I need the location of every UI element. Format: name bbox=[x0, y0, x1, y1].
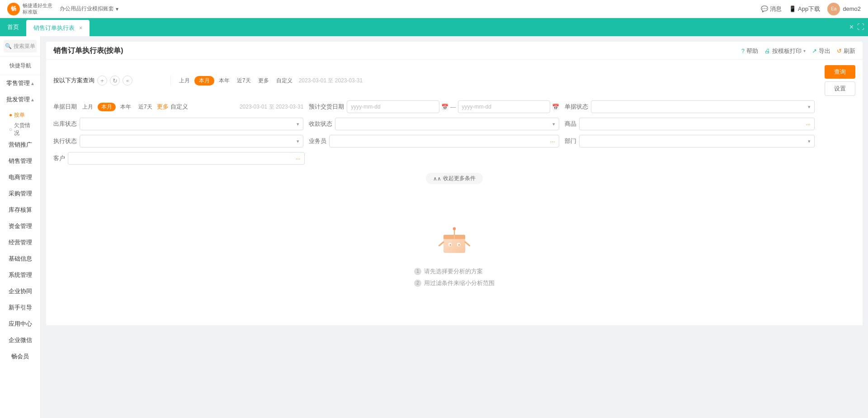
close-tab-btn[interactable]: × bbox=[849, 23, 854, 31]
sidebar-item-quick-nav[interactable]: 快捷导航 bbox=[0, 58, 40, 73]
template-print-button[interactable]: 🖨 按模板打印 ▾ bbox=[764, 47, 806, 55]
this-month-btn[interactable]: 本月 bbox=[98, 103, 116, 111]
scheme-tags: 上月 本月 本年 近7天 更多 自定义 2023-03-01 至 2023-03… bbox=[176, 76, 825, 86]
refresh-scheme-button[interactable]: ↻ bbox=[110, 76, 120, 86]
payment-status-select[interactable]: ▾ bbox=[335, 118, 559, 130]
sidebar-item-system[interactable]: 系统管理 bbox=[0, 267, 40, 283]
filter-item-salesperson: 业务员 ··· bbox=[309, 135, 559, 147]
sidebar: 🔍 搜索菜单 快捷导航 零售管理 ▲ 批发管理 ▲ ● 按单 ○ 欠货情况 营销… bbox=[0, 36, 41, 418]
exec-status-select[interactable]: ▾ bbox=[80, 135, 303, 147]
tip-num-1: 1 bbox=[414, 268, 421, 275]
fullscreen-btn[interactable]: ⛶ bbox=[857, 23, 864, 31]
search-menu-button[interactable]: 🔍 搜索菜单 bbox=[4, 40, 37, 52]
press-order-dot-icon: ● bbox=[9, 112, 12, 118]
salesperson-select[interactable]: ··· bbox=[329, 135, 559, 147]
more-dates-btn[interactable]: 更多 bbox=[157, 103, 169, 111]
collapse-scheme-button[interactable]: « bbox=[123, 76, 132, 86]
scheme-last-month[interactable]: 上月 bbox=[176, 76, 193, 86]
shipment-dropdown-icon: ▾ bbox=[297, 121, 299, 127]
customer-dots-icon[interactable]: ··· bbox=[296, 155, 301, 162]
scheme-7days[interactable]: 近7天 bbox=[234, 76, 254, 86]
sidebar-sub-item-owe-stock[interactable]: ○ 欠货情况 bbox=[0, 122, 40, 137]
page-header: 销售订单执行表(按单) ? 帮助 🖨 按模板打印 ▾ ↗ 导出 ↺ 刷新 bbox=[46, 42, 863, 60]
salesperson-dots-icon[interactable]: ··· bbox=[550, 138, 555, 145]
goods-select[interactable]: ··· bbox=[579, 118, 815, 130]
page-header-actions: ? 帮助 🖨 按模板打印 ▾ ↗ 导出 ↺ 刷新 bbox=[741, 47, 855, 55]
owe-stock-dot-icon: ○ bbox=[9, 126, 12, 133]
avatar: Ea bbox=[827, 3, 840, 15]
export-button[interactable]: ↗ 导出 bbox=[812, 47, 830, 55]
scheme-this-month[interactable]: 本月 bbox=[194, 76, 214, 86]
sidebar-search-area: 🔍 搜索菜单 bbox=[0, 36, 40, 57]
tab-home[interactable]: 首页 bbox=[0, 18, 26, 36]
sidebar-item-newbie[interactable]: 新手引导 bbox=[0, 299, 40, 316]
sidebar-item-member[interactable]: 畅会员 bbox=[0, 348, 40, 365]
sidebar-item-operation[interactable]: 经营管理 bbox=[0, 234, 40, 251]
help-button[interactable]: ? 帮助 bbox=[741, 47, 758, 55]
last7days-btn[interactable]: 近7天 bbox=[136, 102, 155, 112]
sidebar-item-sales[interactable]: 销售管理 bbox=[0, 153, 40, 169]
set-button[interactable]: 设置 bbox=[825, 81, 855, 96]
collapse-btn[interactable]: ∧∧ 收起更多条件 bbox=[426, 173, 483, 184]
this-year-btn[interactable]: 本年 bbox=[118, 102, 134, 112]
search-icon: 🔍 bbox=[5, 43, 12, 49]
refresh-button[interactable]: ↺ 刷新 bbox=[837, 47, 855, 55]
search-button[interactable]: 查询 bbox=[825, 65, 855, 79]
custom-date-btn[interactable]: 自定义 bbox=[170, 103, 188, 111]
expected-date-end[interactable]: yyyy-mm-dd bbox=[458, 100, 550, 113]
calendar-start-icon[interactable]: 📅 bbox=[441, 104, 448, 110]
sidebar-item-finance[interactable]: 资金管理 bbox=[0, 218, 40, 234]
shipment-status-select[interactable]: ▾ bbox=[80, 118, 303, 130]
content-area: 销售订单执行表(按单) ? 帮助 🖨 按模板打印 ▾ ↗ 导出 ↺ 刷新 bbox=[41, 36, 868, 418]
exec-dropdown-icon: ▾ bbox=[297, 138, 299, 144]
goods-label: 商品 bbox=[565, 120, 576, 128]
sidebar-item-inventory[interactable]: 库存核算 bbox=[0, 202, 40, 218]
help-icon: ? bbox=[741, 48, 745, 54]
scheme-area: 按以下方案查询 + ↻ « bbox=[53, 76, 171, 86]
top-bar-right: 💬 消息 📱 App下载 Ea demo2 bbox=[761, 3, 861, 15]
date-range-display: 2023-03-01 至 2023-03-31 bbox=[240, 103, 303, 111]
scheme-date-range: 2023-03-01 至 2023-03-31 bbox=[299, 77, 363, 85]
payment-status-label: 收款状态 bbox=[309, 120, 332, 128]
date-range-separator: — bbox=[450, 104, 456, 110]
messages-button[interactable]: 💬 消息 bbox=[761, 5, 782, 13]
order-status-select[interactable]: ▾ bbox=[591, 100, 815, 113]
filter-item-payment-status: 收款状态 ▾ bbox=[309, 118, 559, 130]
tab-close-button[interactable]: × bbox=[79, 25, 82, 31]
user-profile[interactable]: Ea demo2 bbox=[827, 3, 861, 15]
order-date-shortcuts: 上月 本月 本年 近7天 更多 自定义 bbox=[80, 100, 238, 113]
customer-select[interactable]: ··· bbox=[68, 152, 305, 165]
sidebar-item-enterprise[interactable]: 企业协同 bbox=[0, 283, 40, 299]
expected-date-start[interactable]: yyyy-mm-dd bbox=[347, 100, 439, 113]
add-scheme-button[interactable]: + bbox=[97, 76, 107, 86]
customer-label: 客户 bbox=[53, 154, 65, 162]
last-month-btn[interactable]: 上月 bbox=[80, 102, 96, 112]
sidebar-item-purchase[interactable]: 采购管理 bbox=[0, 185, 40, 202]
tab-sales-exec[interactable]: 销售订单执行表 × bbox=[26, 20, 90, 36]
sidebar-item-basic[interactable]: 基础信息 bbox=[0, 251, 40, 267]
sidebar-item-apps[interactable]: 应用中心 bbox=[0, 316, 40, 332]
sidebar-item-wholesale[interactable]: 批发管理 ▲ bbox=[0, 91, 40, 108]
scheme-more[interactable]: 更多 bbox=[255, 76, 272, 86]
scheme-this-year[interactable]: 本年 bbox=[216, 76, 232, 86]
app-download-button[interactable]: 📱 App下载 bbox=[789, 5, 820, 13]
top-bar: 畅 畅捷通好生意 标准版 办公用品行业模拟账套 ▾ 💬 消息 📱 App下载 E… bbox=[0, 0, 868, 18]
filter-panel: 按以下方案查询 + ↻ « 上月 本月 本年 近7天 更多 自定义 2023-0… bbox=[46, 60, 863, 186]
sidebar-item-marketing[interactable]: 营销推广 bbox=[0, 137, 40, 153]
salesperson-label: 业务员 bbox=[309, 137, 326, 145]
scheme-custom[interactable]: 自定义 bbox=[274, 76, 295, 86]
calendar-end-icon[interactable]: 📅 bbox=[552, 104, 559, 110]
filter-row-5: 客户 ··· bbox=[53, 152, 855, 165]
svg-point-5 bbox=[450, 244, 451, 246]
breadcrumb: 办公用品行业模拟账套 ▾ bbox=[60, 5, 118, 13]
sidebar-item-ecommerce[interactable]: 电商管理 bbox=[0, 169, 40, 185]
sidebar-item-wechat[interactable]: 企业微信 bbox=[0, 332, 40, 348]
filter-item-customer: 客户 ··· bbox=[53, 152, 305, 165]
sidebar-item-retail[interactable]: 零售管理 ▲ bbox=[0, 75, 40, 91]
filter-item-expected-date: 预计交货日期 yyyy-mm-dd 📅 — yyyy-mm-dd 📅 bbox=[309, 100, 559, 113]
payment-dropdown-icon: ▾ bbox=[552, 121, 555, 127]
scheme-label: 按以下方案查询 bbox=[53, 76, 94, 85]
goods-dots-icon[interactable]: ··· bbox=[806, 121, 811, 128]
sidebar-sub-item-press-order[interactable]: ● 按单 bbox=[0, 108, 40, 122]
dept-select[interactable]: ▾ bbox=[579, 135, 815, 147]
